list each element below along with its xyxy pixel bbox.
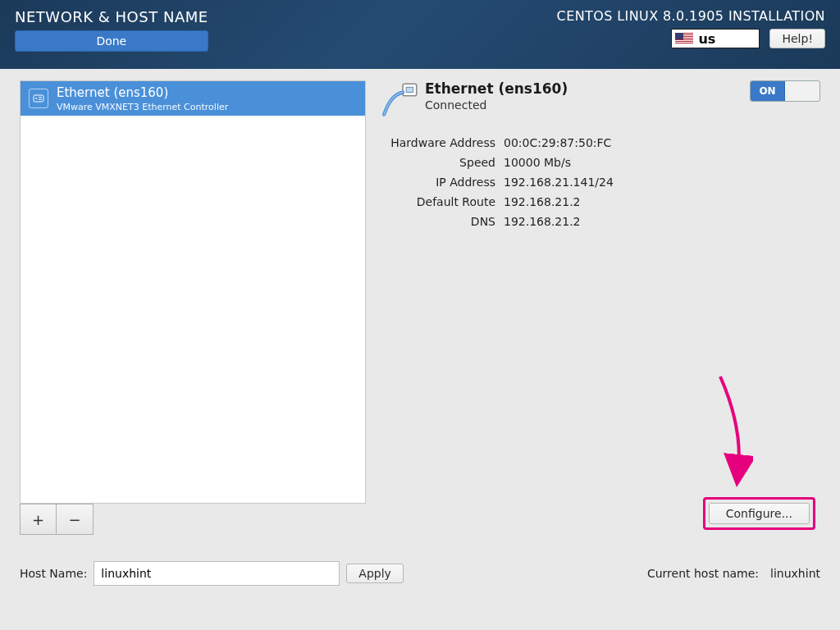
- ip-label: IP Address: [381, 176, 495, 189]
- current-host-value: linuxhint: [770, 567, 820, 580]
- route-label: Default Route: [381, 195, 495, 208]
- ip-value: 192.168.21.141/24: [504, 176, 614, 189]
- speed-value: 10000 Mb/s: [504, 156, 571, 169]
- interface-list[interactable]: Ethernet (ens160) VMware VMXNET3 Etherne…: [20, 80, 366, 504]
- configure-button[interactable]: Configure...: [709, 503, 810, 524]
- details-title: Ethernet (ens160): [425, 80, 568, 97]
- body: Ethernet (ens160) VMware VMXNET3 Etherne…: [0, 69, 840, 630]
- route-value: 192.168.21.2: [504, 195, 581, 208]
- toggle-on-label: ON: [751, 81, 785, 101]
- hw-label: Hardware Address: [381, 136, 495, 149]
- speed-label: Speed: [381, 156, 495, 169]
- keyboard-layout-indicator[interactable]: us: [671, 29, 760, 48]
- done-button[interactable]: Done: [15, 30, 208, 52]
- interface-item-ens160[interactable]: Ethernet (ens160) VMware VMXNET3 Etherne…: [21, 81, 365, 116]
- configure-highlight: Configure...: [703, 497, 815, 530]
- us-flag-icon: [675, 33, 693, 44]
- annotation-arrow-icon: [704, 372, 753, 487]
- svg-rect-3: [406, 87, 413, 92]
- page-title: NETWORK & HOST NAME: [15, 8, 208, 25]
- ethernet-icon: [381, 80, 422, 120]
- interface-details: Ethernet (ens160) Connected ON Hardware …: [381, 80, 820, 535]
- details-kv: Hardware Address00:0C:29:87:50:FC Speed1…: [381, 133, 820, 231]
- network-card-icon: [29, 89, 48, 108]
- hw-value: 00:0C:29:87:50:FC: [504, 136, 611, 149]
- installer-title: CENTOS LINUX 8.0.1905 INSTALLATION: [557, 8, 825, 24]
- current-host-label: Current host name:: [647, 567, 759, 580]
- header-bar: NETWORK & HOST NAME Done CENTOS LINUX 8.…: [0, 0, 840, 69]
- connection-toggle[interactable]: ON: [750, 80, 820, 102]
- details-status: Connected: [425, 98, 568, 112]
- hostname-label: Host Name:: [20, 567, 87, 580]
- keyboard-layout-label: us: [698, 31, 715, 47]
- svg-point-1: [35, 98, 37, 99]
- apply-button[interactable]: Apply: [346, 564, 404, 583]
- svg-rect-0: [34, 95, 43, 102]
- dns-value: 192.168.21.2: [504, 215, 581, 228]
- help-button[interactable]: Help!: [769, 29, 825, 48]
- interface-name: Ethernet (ens160): [57, 85, 228, 100]
- hostname-row: Host Name: Apply Current host name: linu…: [20, 561, 820, 586]
- interface-device: VMware VMXNET3 Ethernet Controller: [57, 102, 228, 112]
- dns-label: DNS: [381, 215, 495, 228]
- interface-panel: Ethernet (ens160) VMware VMXNET3 Etherne…: [20, 80, 366, 535]
- hostname-input[interactable]: [94, 561, 340, 586]
- remove-interface-button[interactable]: −: [57, 504, 94, 535]
- add-interface-button[interactable]: +: [20, 504, 57, 535]
